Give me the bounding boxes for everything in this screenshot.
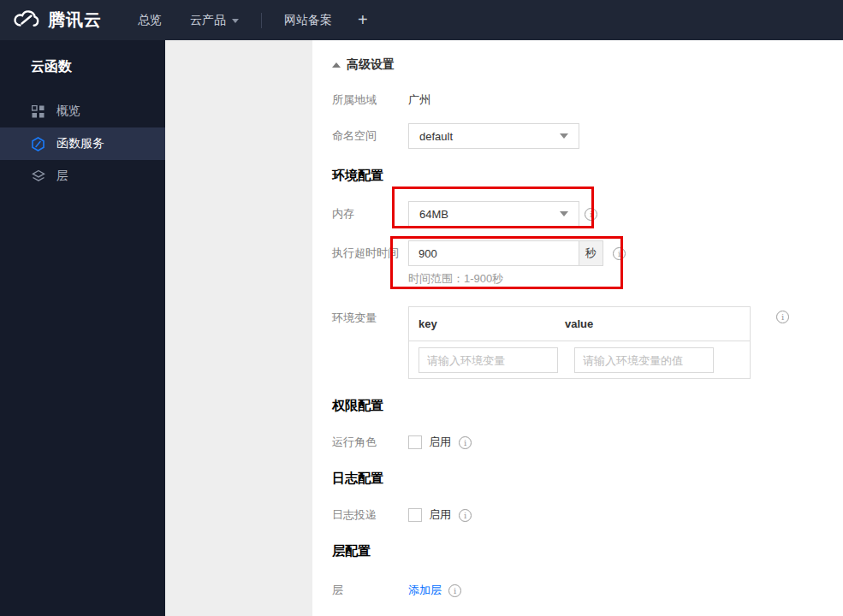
env-vars-input-row bbox=[409, 341, 750, 379]
collapsed-secondary-panel bbox=[165, 40, 312, 616]
nav-cloud-products-label: 云产品 bbox=[190, 13, 226, 28]
run-role-checkbox[interactable] bbox=[408, 435, 422, 449]
env-config-section-title: 环境配置 bbox=[332, 168, 383, 184]
memory-row: 内存 64MB i bbox=[332, 201, 597, 227]
nav-overview[interactable]: 总览 bbox=[138, 13, 162, 28]
timeout-range-hint: 时间范围：1-900秒 bbox=[408, 271, 503, 287]
sidebar-title: 云函数 bbox=[0, 40, 165, 76]
run-role-label: 运行角色 bbox=[332, 435, 408, 450]
chevron-down-icon bbox=[232, 19, 239, 23]
timeout-unit-button[interactable]: 秒 bbox=[579, 241, 603, 265]
namespace-label: 命名空间 bbox=[332, 128, 408, 144]
run-role-info-icon[interactable]: i bbox=[459, 436, 472, 449]
memory-info-icon[interactable]: i bbox=[585, 208, 597, 221]
log-delivery-enable-label: 启用 bbox=[429, 507, 451, 523]
grid-icon bbox=[31, 104, 45, 119]
sidebar-item-overview[interactable]: 概览 bbox=[0, 95, 165, 127]
add-layer-link[interactable]: 添加层 bbox=[408, 583, 442, 598]
advanced-settings-label: 高级设置 bbox=[347, 57, 395, 73]
memory-select[interactable]: 64MB bbox=[408, 201, 579, 227]
log-delivery-label: 日志投递 bbox=[332, 507, 408, 523]
env-vars-info-icon[interactable]: i bbox=[776, 311, 789, 323]
brand-text: 腾讯云 bbox=[48, 9, 102, 32]
sidebar-item-label: 概览 bbox=[56, 104, 80, 119]
layer-config-section-title: 层配置 bbox=[332, 543, 371, 560]
timeout-info-icon[interactable]: i bbox=[613, 247, 626, 260]
sidebar-item-layers[interactable]: 层 bbox=[0, 160, 165, 192]
main-content: 高级设置 所属地域 广州 命名空间 default 环境配置 内存 64MB i… bbox=[312, 40, 843, 616]
memory-label: 内存 bbox=[332, 206, 408, 222]
sidebar-item-function-service[interactable]: 函数服务 bbox=[0, 127, 165, 160]
timeout-row: 执行超时时间 秒 i bbox=[332, 240, 626, 266]
run-role-row: 运行角色 启用 i bbox=[332, 435, 472, 449]
layer-row: 层 添加层 i bbox=[332, 583, 461, 597]
layer-info-icon[interactable]: i bbox=[448, 584, 461, 597]
memory-selected-value: 64MB bbox=[419, 208, 448, 221]
chevron-down-icon bbox=[560, 211, 568, 216]
timeout-label: 执行超时时间 bbox=[332, 246, 408, 261]
nav-divider bbox=[261, 13, 262, 28]
env-value-header: value bbox=[565, 317, 593, 330]
timeout-input[interactable] bbox=[409, 241, 579, 265]
log-delivery-checkbox[interactable] bbox=[408, 508, 422, 522]
env-vars-header-row: key value bbox=[409, 307, 750, 341]
namespace-selected-value: default bbox=[419, 130, 453, 143]
namespace-row: 命名空间 default bbox=[332, 123, 579, 149]
layers-icon bbox=[31, 169, 45, 184]
sidebar-item-label: 层 bbox=[56, 169, 68, 184]
namespace-select[interactable]: default bbox=[408, 123, 579, 149]
layer-label: 层 bbox=[332, 583, 408, 598]
perm-config-section-title: 权限配置 bbox=[332, 398, 383, 414]
chevron-down-icon bbox=[560, 133, 568, 139]
sidebar-menu: 概览 函数服务 层 bbox=[0, 95, 165, 192]
function-service-icon bbox=[31, 137, 45, 151]
env-vars-table: key value bbox=[408, 306, 751, 379]
region-value: 广州 bbox=[408, 92, 430, 108]
sidebar-item-label: 函数服务 bbox=[56, 136, 104, 151]
log-delivery-row: 日志投递 启用 i bbox=[332, 508, 472, 522]
env-vars-row: 环境变量 key value i bbox=[332, 306, 789, 379]
region-row: 所属地域 广州 bbox=[332, 88, 430, 112]
log-config-section-title: 日志配置 bbox=[332, 471, 383, 487]
add-tab-button[interactable]: + bbox=[358, 10, 368, 30]
log-delivery-info-icon[interactable]: i bbox=[459, 509, 472, 522]
env-key-header: key bbox=[419, 317, 565, 330]
region-label: 所属地域 bbox=[332, 92, 408, 108]
env-value-input[interactable] bbox=[574, 347, 714, 373]
env-vars-label: 环境变量 bbox=[332, 306, 408, 326]
collapse-triangle-icon bbox=[332, 62, 341, 68]
sidebar: 云函数 概览 函数服务 bbox=[0, 40, 165, 616]
advanced-settings-toggle[interactable]: 高级设置 bbox=[332, 57, 395, 73]
env-key-input[interactable] bbox=[419, 347, 558, 373]
run-role-enable-label: 启用 bbox=[429, 435, 451, 450]
topbar: 腾讯云 总览 云产品 网站备案 + bbox=[0, 0, 843, 40]
nav-cloud-products[interactable]: 云产品 bbox=[190, 13, 239, 28]
tencent-cloud-logo[interactable]: 腾讯云 bbox=[12, 7, 102, 33]
cloud-logo-icon bbox=[12, 7, 41, 33]
timeout-input-group: 秒 bbox=[408, 240, 603, 266]
nav-beian[interactable]: 网站备案 bbox=[284, 13, 332, 28]
